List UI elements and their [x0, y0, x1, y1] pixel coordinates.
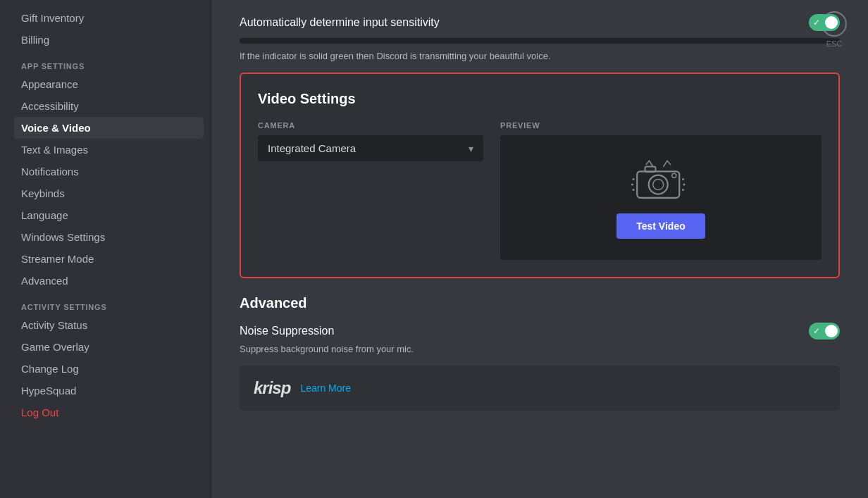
auto-sensitivity-toggle[interactable]: ✓ — [809, 14, 840, 31]
chevron-down-icon: ▾ — [469, 143, 473, 154]
toggle-check-icon: ✓ — [813, 18, 820, 27]
advanced-section: Advanced Noise Suppression ✓ Suppress ba… — [240, 295, 840, 411]
video-settings-title: Video Settings — [258, 91, 822, 107]
sidebar-item-voice-video[interactable]: Voice & Video — [14, 117, 204, 139]
svg-line-14 — [667, 161, 671, 164]
sidebar-item-log-out[interactable]: Log Out — [14, 401, 204, 423]
svg-point-6 — [631, 184, 633, 186]
noise-toggle-knob — [825, 325, 838, 337]
auto-sensitivity-section: Automatically determine input sensitivit… — [240, 14, 840, 61]
svg-line-11 — [650, 161, 653, 166]
esc-label: ESC — [826, 39, 843, 48]
noise-suppression-row: Noise Suppression ✓ — [240, 323, 840, 340]
camera-selected-value: Integrated Camera — [268, 142, 356, 154]
auto-sensitivity-label: Automatically determine input sensitivit… — [240, 16, 440, 29]
toggle-knob — [825, 16, 838, 29]
sidebar-item-change-log[interactable]: Change Log — [14, 358, 204, 380]
sensitivity-description: If the indicator is solid green then Dis… — [240, 51, 840, 61]
noise-suppression-toggle[interactable]: ✓ — [809, 323, 840, 340]
sensitivity-progress-bar — [240, 38, 840, 44]
sidebar: Gift InventoryBillingAPP SETTINGSAppeara… — [0, 0, 211, 498]
sidebar-item-windows-settings[interactable]: Windows Settings — [14, 226, 204, 248]
section-label-activity-settings: ACTIVITY SETTINGS — [14, 292, 204, 314]
auto-sensitivity-row: Automatically determine input sensitivit… — [240, 14, 840, 31]
svg-point-8 — [682, 178, 684, 180]
camera-select-dropdown[interactable]: Integrated Camera ▾ — [258, 135, 483, 161]
advanced-title: Advanced — [240, 295, 840, 311]
krisp-logo: krisp — [254, 378, 290, 398]
svg-line-12 — [646, 161, 650, 164]
sidebar-item-accessibility[interactable]: Accessibility — [14, 95, 204, 117]
main-content: ✕ ESC Automatically determine input sens… — [211, 0, 868, 498]
video-settings-box: Video Settings CAMERA Integrated Camera … — [240, 73, 840, 278]
sidebar-item-notifications[interactable]: Notifications — [14, 161, 204, 182]
test-video-button[interactable]: Test Video — [616, 213, 705, 239]
sidebar-item-text-images[interactable]: Text & Images — [14, 139, 204, 161]
camera-illustration-icon — [629, 156, 693, 202]
camera-section: CAMERA Integrated Camera ▾ — [258, 121, 483, 161]
svg-point-9 — [683, 184, 686, 186]
camera-preview-row: CAMERA Integrated Camera ▾ PREVIEW — [258, 121, 822, 260]
section-label-app-settings: APP SETTINGS — [14, 51, 204, 73]
krisp-banner: krisp Learn More — [240, 366, 840, 411]
svg-point-5 — [633, 178, 635, 180]
sidebar-item-hypesquad[interactable]: HypeSquad — [14, 380, 204, 401]
camera-label: CAMERA — [258, 121, 483, 130]
noise-suppression-label: Noise Suppression — [240, 325, 334, 337]
noise-suppression-description: Suppress background noise from your mic. — [240, 344, 840, 354]
sidebar-item-game-overlay[interactable]: Game Overlay — [14, 336, 204, 358]
svg-point-10 — [682, 189, 684, 191]
svg-point-1 — [649, 175, 668, 194]
sidebar-item-language[interactable]: Language — [14, 204, 204, 226]
sidebar-item-activity-status[interactable]: Activity Status — [14, 314, 204, 336]
sidebar-item-advanced[interactable]: Advanced — [14, 270, 204, 292]
svg-point-2 — [653, 180, 664, 190]
noise-toggle-check-icon: ✓ — [813, 326, 820, 336]
sidebar-item-billing[interactable]: Billing — [14, 29, 204, 51]
sidebar-item-keybinds[interactable]: Keybinds — [14, 182, 204, 204]
sidebar-item-streamer-mode[interactable]: Streamer Mode — [14, 248, 204, 270]
svg-line-13 — [664, 161, 667, 166]
sidebar-item-gift-inventory[interactable]: Gift Inventory — [14, 7, 204, 29]
sidebar-item-appearance[interactable]: Appearance — [14, 73, 204, 95]
svg-point-7 — [633, 189, 635, 191]
preview-box: Test Video — [500, 135, 822, 260]
krisp-learn-more-link[interactable]: Learn More — [300, 382, 351, 394]
preview-label: PREVIEW — [500, 121, 822, 130]
svg-point-4 — [672, 173, 676, 178]
preview-section: PREVIEW — [500, 121, 822, 260]
